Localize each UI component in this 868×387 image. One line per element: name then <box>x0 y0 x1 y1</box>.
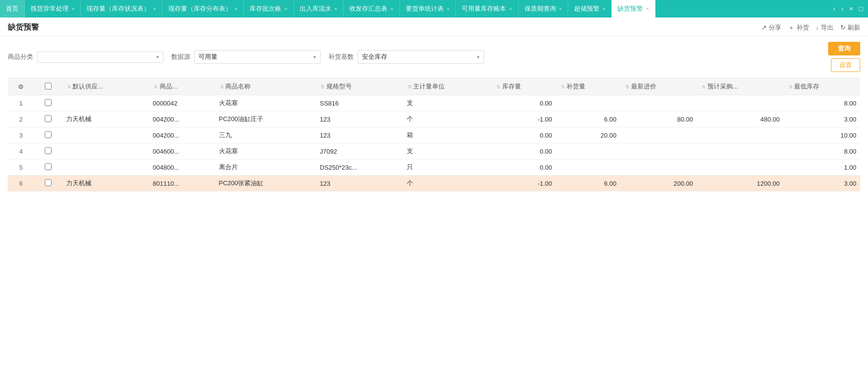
table-row: 3 004200... 三九 123 箱 0.00 20.00 10.00 <box>8 127 860 143</box>
sort-icon-min[interactable]: ⇅ <box>789 84 793 89</box>
row-latest-price <box>620 159 697 176</box>
tab-shortage[interactable]: 缺货预警 × <box>612 0 655 18</box>
select-all-checkbox[interactable] <box>45 83 52 89</box>
tab-close-shortage[interactable]: × <box>646 6 649 12</box>
sort-icon-name[interactable]: ⇅ <box>220 84 224 89</box>
category-arrow-icon: ▾ <box>156 54 159 60</box>
tab-maximize-btn[interactable]: □ <box>856 3 866 15</box>
tab-next-btn[interactable]: › <box>838 3 847 15</box>
row-checkbox-cell <box>34 127 62 143</box>
category-select[interactable]: ▾ <box>37 52 163 63</box>
row-latest-price <box>620 127 697 143</box>
tab-close-receipt-summary[interactable]: × <box>390 6 393 12</box>
row-stock-qty: 0.00 <box>491 143 556 159</box>
tab-overstock[interactable]: 超储预警 × <box>568 0 612 18</box>
row-num: 3 <box>8 127 34 143</box>
row-unit: 只 <box>403 159 491 176</box>
datasource-select[interactable]: 可用量 ▾ <box>194 50 321 64</box>
row-replenish-qty <box>556 143 620 159</box>
th-latest-price: ⇅ 最新进价 <box>620 78 697 95</box>
tab-prev-btn[interactable]: ‹ <box>830 3 838 15</box>
tab-inventory-dist[interactable]: 现存量（库存分布表） × <box>163 0 244 18</box>
table-row: 6 力天机械 801110... PC200张紧油缸 123 个 -1.00 6… <box>8 176 860 192</box>
replenish-button[interactable]: ＋ 补货 <box>788 23 809 32</box>
th-settings[interactable]: ⚙ <box>8 78 34 95</box>
tab-close-inout-flow[interactable]: × <box>334 6 337 12</box>
tab-nav-buttons: ‹ › × □ <box>828 3 868 15</box>
table-row: 5 004800... 离合片 DS250*23c... 只 0.00 1.00 <box>8 159 860 176</box>
sort-icon-unit[interactable]: ⇅ <box>408 84 412 89</box>
row-checkbox[interactable] <box>45 179 52 186</box>
query-button[interactable]: 查询 <box>828 42 860 55</box>
row-goods-name: 火花塞 <box>215 143 316 159</box>
tab-available-ledger[interactable]: 可用量库存账本 × <box>456 0 518 18</box>
row-stock-qty: 0.00 <box>491 127 556 143</box>
share-button[interactable]: ↗ 分享 <box>761 23 781 32</box>
sort-icon-stock[interactable]: ⇅ <box>496 84 500 89</box>
tab-close-inventory-status[interactable]: × <box>153 6 156 12</box>
row-checkbox[interactable] <box>45 131 52 138</box>
tab-receipt-summary[interactable]: 收发存汇总表 × <box>344 0 399 18</box>
row-spec: J7092 <box>316 143 403 159</box>
row-unit: 箱 <box>403 127 491 143</box>
settings-button[interactable]: 设置 <box>831 58 860 72</box>
row-supplier <box>62 143 149 159</box>
tab-close-demand-stats[interactable]: × <box>447 6 450 12</box>
row-est-purchase <box>697 143 783 159</box>
row-checkbox[interactable] <box>45 99 52 106</box>
export-button[interactable]: ↓ 导出 <box>816 23 834 32</box>
row-min-stock: 8.00 <box>784 143 860 159</box>
sort-icon-replenish[interactable]: ⇅ <box>561 84 565 89</box>
page-header: 缺货预警 ↗ 分享 ＋ 补货 ↓ 导出 ↻ 刷新 <box>0 18 868 36</box>
page-content: 缺货预警 ↗ 分享 ＋ 补货 ↓ 导出 ↻ 刷新 商品分类 <box>0 18 868 387</box>
row-checkbox[interactable] <box>45 163 52 170</box>
row-goods-code: 004600... <box>149 143 215 159</box>
row-supplier <box>62 127 149 143</box>
tab-close-expiry-query[interactable]: × <box>559 6 562 12</box>
th-goods-code: ⇅ 商品... <box>149 78 215 95</box>
replenish-filter-group: 补货基数 安全库存 ▾ <box>328 50 484 64</box>
sort-icon-price[interactable]: ⇅ <box>625 84 629 89</box>
row-checkbox-cell <box>34 143 62 159</box>
row-latest-price <box>620 95 697 111</box>
header-actions: ↗ 分享 ＋ 补货 ↓ 导出 ↻ 刷新 <box>761 23 861 32</box>
replenish-label: 补货基数 <box>328 53 354 61</box>
row-num: 6 <box>8 176 34 192</box>
tab-close-inventory-dist[interactable]: × <box>235 6 237 12</box>
th-default-supplier: ⇅ 默认供应... <box>62 78 149 95</box>
row-spec: 123 <box>316 176 403 192</box>
tab-abnormal[interactable]: 拣货异常处理 × <box>25 0 81 18</box>
sort-icon-est[interactable]: ⇅ <box>702 84 705 89</box>
row-checkbox[interactable] <box>45 115 52 122</box>
row-goods-code: 801110... <box>149 176 215 192</box>
tab-close-all-btn[interactable]: × <box>846 3 856 15</box>
tab-close-available-ledger[interactable]: × <box>509 6 512 12</box>
row-unit: 支 <box>403 95 491 111</box>
data-table: ⚙ ⇅ 默认供应... ⇅ 商品... ⇅ 商品名称 <box>8 78 860 192</box>
sort-icon-code[interactable]: ⇅ <box>154 84 158 89</box>
tab-demand-stats[interactable]: 要货单统计表 × <box>400 0 456 18</box>
row-latest-price <box>620 143 697 159</box>
tab-batch-account[interactable]: 库存批次账 × <box>244 0 293 18</box>
sort-icon-spec[interactable]: ⇅ <box>321 84 325 89</box>
tab-home[interactable]: 首页 <box>0 0 25 18</box>
row-spec: 123 <box>316 111 403 127</box>
replenish-select[interactable]: 安全库存 ▾ <box>358 50 484 64</box>
tab-expiry-query[interactable]: 保质期查询 × <box>519 0 568 18</box>
settings-gear-icon[interactable]: ⚙ <box>18 83 24 90</box>
tab-close-abnormal[interactable]: × <box>72 6 74 12</box>
tab-inventory-status[interactable]: 现存量（库存状况表） × <box>81 0 162 18</box>
tab-close-overstock[interactable]: × <box>602 6 605 12</box>
table-header-row: ⚙ ⇅ 默认供应... ⇅ 商品... ⇅ 商品名称 <box>8 78 860 95</box>
row-stock-qty: 0.00 <box>491 159 556 176</box>
row-est-purchase <box>697 159 783 176</box>
sort-icon-supplier[interactable]: ⇅ <box>67 84 71 89</box>
row-goods-name: PC200油缸庄子 <box>215 111 316 127</box>
refresh-button[interactable]: ↻ 刷新 <box>840 23 860 32</box>
row-checkbox[interactable] <box>45 147 52 154</box>
row-replenish-qty <box>556 159 620 176</box>
tab-close-batch-account[interactable]: × <box>284 6 287 12</box>
row-goods-code: 004200... <box>149 111 215 127</box>
row-goods-name: 三九 <box>215 127 316 143</box>
tab-inout-flow[interactable]: 出入库流水 × <box>294 0 344 18</box>
